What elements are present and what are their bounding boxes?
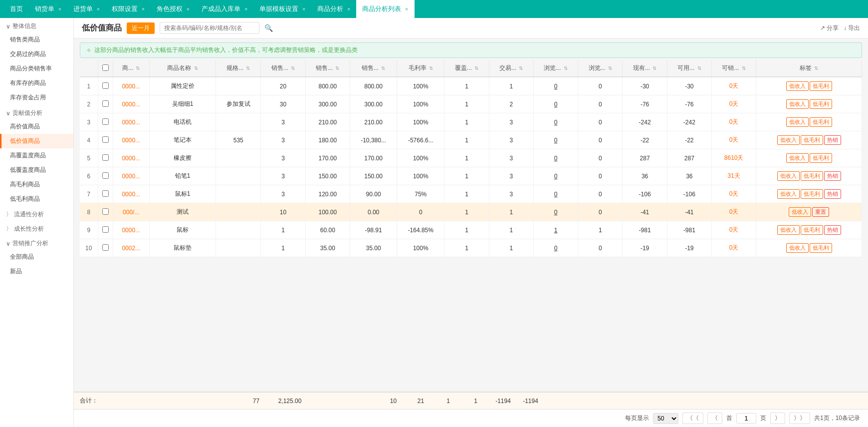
sidebar-item-sales-goods[interactable]: 销售类商品 xyxy=(0,32,73,47)
sidebar-item-traded-goods[interactable]: 交易过的商品 xyxy=(0,47,73,61)
nav-item-analysis-list[interactable]: 商品分析列表 × xyxy=(356,0,414,18)
sidebar-group-general[interactable]: ∨ 整体信息 xyxy=(0,18,73,32)
th-views1[interactable]: 浏览... ⇅ xyxy=(533,60,578,77)
cell-views1[interactable]: 0 xyxy=(533,239,578,257)
cell-transactions: 3 xyxy=(489,113,533,131)
sidebar-group-growth[interactable]: 〉 成长性分析 xyxy=(0,221,73,235)
cell-checkbox[interactable] xyxy=(98,203,113,221)
cell-checkbox[interactable] xyxy=(98,149,113,167)
views-link[interactable]: 1 xyxy=(554,227,558,234)
th-margin[interactable]: 毛利率 ⇅ xyxy=(397,60,444,77)
cell-checkbox[interactable] xyxy=(98,221,113,239)
sidebar-item-low-margin[interactable]: 低毛利商品 xyxy=(0,192,73,206)
cell-views1[interactable]: 0 xyxy=(533,131,578,149)
views-link[interactable]: 0 xyxy=(554,173,558,180)
nav-item-template[interactable]: 单据模板设置 × xyxy=(253,0,311,18)
views-link[interactable]: 0 xyxy=(554,245,558,252)
nav-item-home[interactable]: 首页 xyxy=(4,0,29,18)
th-spec[interactable]: 规格... ⇅ xyxy=(216,60,261,77)
select-all-checkbox[interactable] xyxy=(102,64,109,71)
cell-views1[interactable]: 0 xyxy=(533,113,578,131)
th-sellable[interactable]: 可销... ⇅ xyxy=(712,60,756,77)
cell-checkbox[interactable] xyxy=(98,131,113,149)
nav-item-purchase[interactable]: 进货单 × xyxy=(67,0,106,18)
views-link[interactable]: 0 xyxy=(554,191,558,198)
sidebar-item-high-margin[interactable]: 高毛利商品 xyxy=(0,177,73,192)
search-icon[interactable]: 🔍 xyxy=(264,24,273,32)
sidebar-group-contribution[interactable]: ∨ 贡献值分析 xyxy=(0,105,73,119)
cell-checkbox[interactable] xyxy=(98,113,113,131)
cell-views1[interactable]: 0 xyxy=(533,95,578,113)
page-number-input[interactable] xyxy=(736,413,756,424)
row-checkbox[interactable] xyxy=(102,208,109,215)
views-link[interactable]: 0 xyxy=(554,209,558,216)
th-transactions[interactable]: 交易... ⇅ xyxy=(489,60,533,77)
cell-tags: 低收入低毛利热销 xyxy=(756,167,862,185)
views-link[interactable]: 0 xyxy=(554,119,558,126)
nav-item-inventory[interactable]: 产成品入库单 × xyxy=(196,0,253,18)
row-checkbox[interactable] xyxy=(102,226,109,233)
sidebar-group-marketing[interactable]: ∨ 营销推广分析 xyxy=(0,235,73,250)
cell-tags: 低收入低毛利 xyxy=(756,113,862,131)
views-link[interactable]: 0 xyxy=(554,101,558,108)
row-checkbox[interactable] xyxy=(102,154,109,161)
th-sales-price[interactable]: 销售... ⇅ xyxy=(305,60,350,77)
cell-coverage: 1 xyxy=(444,239,489,257)
row-checkbox[interactable] xyxy=(102,118,109,125)
th-name[interactable]: 商品名称 ⇅ xyxy=(150,60,216,77)
share-button[interactable]: ↗ 分享 xyxy=(820,24,839,32)
sidebar-item-high-value[interactable]: 高价值商品 xyxy=(0,119,73,134)
th-checkbox[interactable] xyxy=(98,60,113,77)
search-input[interactable] xyxy=(160,22,259,34)
views-link[interactable]: 0 xyxy=(554,137,558,144)
cell-views1[interactable]: 1 xyxy=(533,221,578,239)
nav-item-roles[interactable]: 角色授权 × xyxy=(151,0,196,18)
row-checkbox[interactable] xyxy=(102,244,109,251)
cell-views1[interactable]: 0 xyxy=(533,77,578,95)
next-page-button[interactable]: 〉 xyxy=(770,413,785,424)
per-page-select[interactable]: 50 100 200 xyxy=(653,413,678,424)
cell-checkbox[interactable] xyxy=(98,185,113,203)
th-current-stock[interactable]: 现有... ⇅ xyxy=(623,60,667,77)
row-checkbox[interactable] xyxy=(102,82,109,89)
sidebar-item-low-coverage[interactable]: 低覆盖度商品 xyxy=(0,163,73,177)
cell-checkbox[interactable] xyxy=(98,167,113,185)
sidebar-item-stock-goods[interactable]: 有库存的商品 xyxy=(0,76,73,90)
prev-page-button[interactable]: 〈 xyxy=(707,413,722,424)
row-checkbox[interactable] xyxy=(102,136,109,143)
th-tags[interactable]: 标签 ⇅ xyxy=(756,60,862,77)
views-link[interactable]: 0 xyxy=(554,155,558,162)
sidebar-item-inventory-capital[interactable]: 库存资金占用 xyxy=(0,90,73,105)
cell-views1[interactable]: 0 xyxy=(533,203,578,221)
cell-sales-price: 800.00 xyxy=(305,77,350,95)
nav-item-sales[interactable]: 销货单 × xyxy=(29,0,67,18)
time-filter-button[interactable]: 近一月 xyxy=(127,22,155,34)
th-code[interactable]: 商... ⇅ xyxy=(113,60,150,77)
nav-item-analysis[interactable]: 商品分析 × xyxy=(311,0,356,18)
sidebar-item-all-goods[interactable]: 全部商品 xyxy=(0,250,73,264)
views-link[interactable]: 0 xyxy=(554,83,558,90)
row-checkbox[interactable] xyxy=(102,100,109,107)
cell-checkbox[interactable] xyxy=(98,95,113,113)
th-sales-profit[interactable]: 销售... ⇅ xyxy=(350,60,397,77)
sidebar-item-new-goods[interactable]: 新品 xyxy=(0,264,73,279)
row-checkbox[interactable] xyxy=(102,190,109,197)
cell-views1[interactable]: 0 xyxy=(533,167,578,185)
cell-views1[interactable]: 0 xyxy=(533,149,578,167)
cell-checkbox[interactable] xyxy=(98,77,113,95)
sidebar-item-high-coverage[interactable]: 高覆盖度商品 xyxy=(0,148,73,163)
th-coverage[interactable]: 覆盖... ⇅ xyxy=(444,60,489,77)
cell-checkbox[interactable] xyxy=(98,239,113,257)
row-checkbox[interactable] xyxy=(102,172,109,179)
sidebar-item-low-value[interactable]: 低价值商品 xyxy=(0,134,73,148)
th-sales-qty[interactable]: 销售... ⇅ xyxy=(261,60,305,77)
sidebar-group-flow[interactable]: 〉 流通性分析 xyxy=(0,206,73,221)
sidebar-item-category-rate[interactable]: 商品分类销售率 xyxy=(0,61,73,76)
nav-item-permissions[interactable]: 权限设置 × xyxy=(106,0,151,18)
first-page-button[interactable]: 〈〈 xyxy=(682,413,703,424)
th-available-stock[interactable]: 可用... ⇅ xyxy=(667,60,711,77)
th-views2[interactable]: 浏览... ⇅ xyxy=(578,60,623,77)
export-button[interactable]: ↓ 导出 xyxy=(844,24,860,32)
last-page-button[interactable]: 〉〉 xyxy=(789,413,810,424)
cell-views1[interactable]: 0 xyxy=(533,185,578,203)
